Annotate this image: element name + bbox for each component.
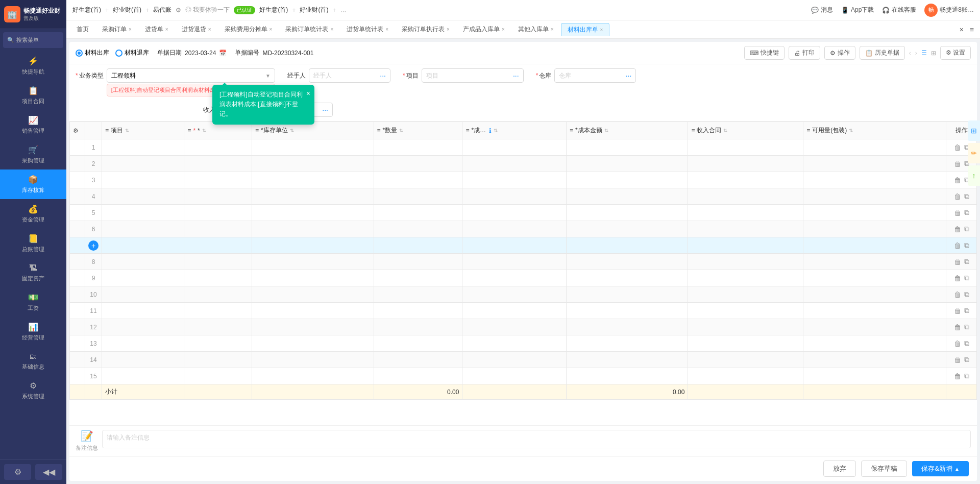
- nav-haoshengyi[interactable]: 好生意(首): [72, 6, 101, 14]
- sidebar-item-ledger[interactable]: 📒 总账管理: [0, 229, 66, 258]
- delete-row-btn[interactable]: 🗑: [954, 323, 961, 331]
- sidebar-item-sales[interactable]: 📈 销售管理: [0, 110, 66, 140]
- row-unit[interactable]: [252, 139, 374, 156]
- project-lookup-icon[interactable]: ···: [513, 71, 519, 80]
- copy-row-btn[interactable]: ⧉: [964, 355, 969, 364]
- copy-row-btn[interactable]: ⧉: [964, 208, 969, 217]
- nav-haoyecai[interactable]: 好业财(首): [113, 6, 141, 14]
- settings-bottom-btn[interactable]: ⚙: [4, 464, 31, 480]
- delete-row-btn[interactable]: 🗑: [954, 176, 961, 184]
- sidebar-item-system[interactable]: ⚙ 系统管理: [0, 376, 66, 405]
- tab-close-purchase-stat[interactable]: ×: [330, 27, 333, 32]
- calendar-icon[interactable]: 📅: [219, 50, 227, 57]
- online-service-btn[interactable]: 🎧 在线客服: [882, 6, 916, 14]
- tab-material-out[interactable]: 材料出库单 ×: [561, 23, 610, 36]
- agent-lookup-icon[interactable]: ···: [380, 71, 386, 80]
- delete-row-btn[interactable]: 🗑: [954, 192, 961, 201]
- save-new-btn[interactable]: 保存&新增 ▲: [912, 461, 969, 476]
- col-income-contract[interactable]: ≡ 收入合同 ⇅: [688, 122, 803, 139]
- agent-input[interactable]: 经手人 ···: [309, 68, 390, 83]
- date-value[interactable]: 2023-03-24: [185, 50, 216, 57]
- tab-close-incoming-stat[interactable]: ×: [385, 27, 388, 32]
- nav-yidaizhang[interactable]: 易代账: [153, 6, 172, 14]
- user-avatar[interactable]: 畅 畅捷通8账…: [924, 4, 974, 17]
- row-cost-amount[interactable]: [566, 139, 688, 156]
- col-settings[interactable]: ⚙: [70, 122, 85, 139]
- tab-incoming[interactable]: 进货单 ×: [139, 23, 175, 36]
- copy-row-btn[interactable]: ⧉: [964, 257, 969, 266]
- warehouse-input[interactable]: 仓库 ···: [554, 68, 636, 83]
- income-contract-lookup-icon[interactable]: ···: [322, 106, 328, 114]
- tab-close-purchase-exec[interactable]: ×: [447, 27, 450, 32]
- tab-close-incoming[interactable]: ×: [165, 27, 168, 32]
- nav-haoyecai2[interactable]: 好业财(首): [300, 6, 328, 14]
- project-input[interactable]: 项目 ···: [422, 68, 524, 83]
- delete-row-btn[interactable]: 🗑: [954, 356, 961, 364]
- discard-btn[interactable]: 放弃: [823, 461, 856, 477]
- tab-other-storage[interactable]: 其他入库单 ×: [512, 23, 560, 36]
- copy-row-btn[interactable]: ⧉: [964, 372, 969, 380]
- row-available-qty[interactable]: [803, 139, 946, 156]
- sidebar-item-search[interactable]: 🔍 搜索菜单: [3, 32, 63, 48]
- tab-product-storage[interactable]: 产成品入库单 ×: [457, 23, 511, 36]
- col-material[interactable]: ≡ * * ⇅: [184, 122, 252, 139]
- sidebar-item-purchase[interactable]: 🛒 采购管理: [0, 140, 66, 170]
- tab-close-all-btn[interactable]: ×: [958, 25, 966, 35]
- notes-input[interactable]: 请输入备注信息: [102, 430, 971, 448]
- sidebar-item-management[interactable]: 📊 经营管理: [0, 317, 66, 347]
- copy-row-btn[interactable]: ⧉: [964, 274, 969, 282]
- row-quantity[interactable]: [374, 139, 462, 156]
- operations-btn[interactable]: ⚙ 操作: [824, 46, 855, 60]
- delete-row-btn[interactable]: 🗑: [954, 340, 961, 348]
- delete-row-btn[interactable]: 🗑: [954, 291, 961, 299]
- collapse-btn[interactable]: ◀◀: [35, 464, 62, 480]
- tab-purchase-exec[interactable]: 采购订单执行表 ×: [396, 23, 456, 36]
- tab-purchase-stat[interactable]: 采购订单统计表 ×: [279, 23, 339, 36]
- radio-material-out[interactable]: 材料出库: [76, 49, 109, 57]
- shortcut-btn[interactable]: ⌨ 快捷键: [744, 46, 785, 60]
- add-row-btn[interactable]: +: [88, 240, 99, 251]
- edge-tool-2[interactable]: ✏: [968, 143, 980, 163]
- sidebar-item-base[interactable]: 🗂 基础信息: [0, 347, 66, 376]
- col-cost-amount[interactable]: ≡ *成本金额 ⇅: [566, 122, 688, 139]
- save-draft-btn[interactable]: 保存草稿: [861, 461, 907, 477]
- tab-menu-btn[interactable]: ≡: [968, 25, 976, 35]
- warehouse-lookup-icon[interactable]: ···: [626, 71, 632, 80]
- tab-close-product-storage[interactable]: ×: [502, 27, 505, 32]
- col-quantity[interactable]: ≡ *数量 ⇅: [374, 122, 462, 139]
- nav-haoshengyi2[interactable]: 好生意(首): [259, 6, 288, 14]
- tab-close-material-out[interactable]: ×: [600, 27, 603, 33]
- copy-row-btn[interactable]: ⧉: [964, 323, 969, 331]
- cost-info-icon[interactable]: ℹ: [489, 127, 492, 134]
- delete-row-btn[interactable]: 🗑: [954, 258, 961, 266]
- edge-tool-3[interactable]: ↑: [968, 165, 980, 186]
- copy-row-btn[interactable]: ⧉: [964, 225, 969, 233]
- row-income-contract[interactable]: [688, 139, 803, 156]
- edge-tool-1[interactable]: ⊞: [968, 120, 980, 141]
- copy-row-btn[interactable]: ⧉: [964, 339, 969, 348]
- copy-row-btn[interactable]: ⧉: [964, 306, 969, 315]
- delete-row-btn[interactable]: 🗑: [954, 274, 961, 282]
- nav-experience[interactable]: ◎ 我要体验一下: [185, 6, 230, 14]
- sidebar-item-quicknav[interactable]: ⚡ 快捷导航: [0, 51, 66, 81]
- row-material[interactable]: [184, 139, 252, 156]
- sidebar-item-salary[interactable]: 💵 工资: [0, 287, 66, 317]
- copy-row-btn[interactable]: ⧉: [964, 241, 969, 250]
- delete-row-btn[interactable]: 🗑: [954, 372, 961, 380]
- view-list-btn[interactable]: ☰: [921, 50, 927, 57]
- tooltip-close-btn[interactable]: ×: [306, 88, 310, 99]
- delete-row-btn[interactable]: 🗑: [954, 307, 961, 315]
- copy-row-btn[interactable]: ⧉: [964, 290, 969, 299]
- col-unit[interactable]: ≡ *库存单位 ⇅: [252, 122, 374, 139]
- business-type-input[interactable]: 工程领料 ▼: [107, 68, 275, 83]
- sidebar-item-finance[interactable]: 💰 资金管理: [0, 199, 66, 229]
- copy-row-btn[interactable]: ⧉: [964, 192, 969, 201]
- nav-settings[interactable]: ⚙: [176, 7, 181, 14]
- sidebar-item-assets[interactable]: 🏗 固定资产: [0, 258, 66, 287]
- col-available-qty[interactable]: ≡ 可用量(包装) ⇅: [803, 122, 946, 139]
- tab-purchase-order[interactable]: 采购订单 ×: [96, 23, 138, 36]
- col-project[interactable]: ≡ 项目 ⇅: [102, 122, 184, 139]
- view-card-btn[interactable]: ⊞: [931, 50, 936, 57]
- column-settings-btn[interactable]: ⚙ 设置: [940, 46, 971, 60]
- history-btn[interactable]: 📋 历史单据: [860, 46, 905, 60]
